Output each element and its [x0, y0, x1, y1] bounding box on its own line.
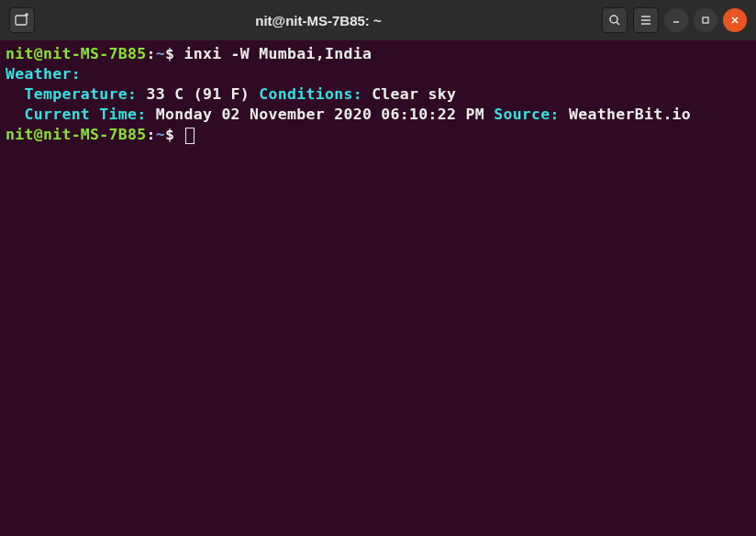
prompt-dollar: $ — [165, 45, 183, 62]
source-value: WeatherBit.io — [569, 106, 691, 123]
svg-rect-0 — [16, 16, 27, 25]
conditions-value: Clear sky — [372, 85, 456, 103]
terminal-window: nit@nit-MS-7B85: ~ — [0, 0, 756, 536]
prompt-path: ~ — [156, 45, 165, 62]
cursor — [185, 128, 195, 144]
maximize-icon — [700, 15, 711, 26]
minimize-icon — [671, 15, 682, 26]
current-time-label: Current Time: — [6, 106, 156, 123]
new-terminal-button[interactable] — [9, 7, 35, 33]
search-icon — [608, 14, 621, 27]
prompt-user: nit@nit-MS-7B85 — [6, 45, 147, 62]
command-line: nit@nit-MS-7B85:~$ inxi -W Mumbai,India — [6, 44, 750, 64]
prompt-dollar: $ — [165, 126, 183, 143]
terminal-body[interactable]: nit@nit-MS-7B85:~$ inxi -W Mumbai,India … — [0, 40, 756, 536]
prompt-line-empty: nit@nit-MS-7B85:~$ — [6, 125, 750, 145]
weather-label: Weather: — [6, 65, 81, 83]
new-terminal-icon — [15, 13, 29, 28]
prompt-path: ~ — [156, 126, 165, 143]
maximize-button[interactable] — [694, 8, 717, 32]
source-label: Source: — [494, 106, 569, 123]
command-text: inxi -W Mumbai,India — [183, 45, 372, 62]
search-button[interactable] — [602, 7, 628, 33]
hamburger-icon — [639, 14, 652, 27]
output-line-time: Current Time: Monday 02 November 2020 06… — [6, 105, 750, 125]
minimize-button[interactable] — [664, 8, 688, 32]
close-button[interactable] — [723, 8, 747, 32]
titlebar-left — [9, 7, 35, 33]
titlebar: nit@nit-MS-7B85: ~ — [0, 0, 756, 40]
close-icon — [729, 15, 740, 26]
output-line-weather: Weather: — [6, 64, 750, 84]
temperature-value: 33 C (91 F) — [147, 85, 260, 103]
svg-point-3 — [610, 16, 617, 23]
output-line-temp: Temperature: 33 C (91 F) Conditions: Cle… — [6, 84, 750, 105]
prompt-colon: : — [147, 45, 156, 62]
prompt-user: nit@nit-MS-7B85 — [6, 126, 147, 143]
titlebar-right — [602, 7, 747, 33]
current-time-value: Monday 02 November 2020 06:10:22 PM — [156, 106, 494, 123]
svg-rect-9 — [703, 17, 708, 23]
conditions-label: Conditions: — [259, 85, 372, 103]
window-title: nit@nit-MS-7B85: ~ — [40, 13, 596, 28]
temperature-label: Temperature: — [6, 85, 147, 103]
menu-button[interactable] — [633, 7, 659, 33]
prompt-colon: : — [147, 126, 156, 143]
svg-line-4 — [617, 22, 619, 25]
